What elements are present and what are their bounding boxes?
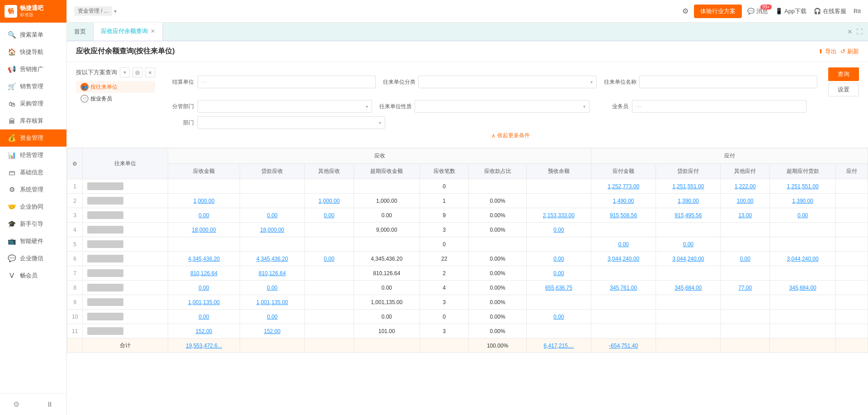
footer-ap-amt[interactable]: -654,751.40 [591,339,656,353]
sidebar-item-system[interactable]: ⚙系统管理 [0,181,66,198]
sidebar-item-sales[interactable]: 🛒销售管理 [0,78,66,95]
filter-target-btn[interactable]: ◎ [132,67,142,77]
sidebar-bottom: ⚙ ⏸ [0,393,66,415]
breadcrumb-dropdown-icon[interactable]: ▾ [114,8,117,14]
table-row: 6 4,345,436.204,345,436.200.004,345,436.… [67,252,868,266]
footer-ar-prepay[interactable]: 6,417,215.... [526,339,591,353]
footer-row: 合计 19,553,472.6... 100.00% 6,417,215....… [67,339,868,353]
sidebar-item-purchase[interactable]: 🛍采购管理 [0,95,66,112]
unit-category-label: 往来单位分类 [383,78,415,86]
sidebar-item-corp[interactable]: 🤝企业协同 [0,198,66,215]
export-button[interactable]: ⬆ 导出 [818,48,837,56]
filter-fields-panel: 结算单位 ··· 往来单位分类 ▾ [162,67,859,142]
sidebar-item-marketing[interactable]: 📢营销推广 [0,61,66,78]
export-label: 导出 [825,48,837,56]
filter-arrow-btn[interactable]: « [145,67,155,77]
th-payable-group: 应付 [591,148,868,164]
table-row: 5 00.000.00 [67,237,868,252]
table-row: 8 0.000.000.0040.00%655,636.75345,761.00… [67,281,868,295]
th-ar-pct: 应收款占比 [469,164,526,179]
topbar-app-download[interactable]: 📱 App下载 [775,7,807,15]
filter-nav-by-staff[interactable]: ⏱ 按业务员 [76,93,155,105]
sidebar-item-business[interactable]: 📊经营管理 [0,147,66,164]
refresh-button[interactable]: ↺ 刷新 [840,48,859,56]
filter-nav-unit-label: 按往来单位 [90,83,118,91]
filter-nav-by-unit[interactable]: 👥 按往来单位 [76,81,155,93]
filter-area: 按以下方案查询 + ◎ « 👥 按往来单位 ⏱ 按业务员 [67,62,868,148]
export-icon: ⬆ [818,48,823,55]
tab-close-window-icon[interactable]: ✕ [847,28,853,35]
sidebar-item-member[interactable]: Ⅴ畅会员 [0,267,66,284]
filter-collapse-btn[interactable]: ∧ 收起更多条件 [162,129,859,142]
sidebar-item-device[interactable]: 📺智能硬件 [0,233,66,250]
page-header: 应收应付余额查询(按往来单位) ⬆ 导出 ↺ 刷新 [67,41,868,62]
sidebar-item-wechat[interactable]: 💬企业微信 [0,250,66,267]
tab-close-icon[interactable]: ✕ [151,28,155,34]
topbar-user[interactable]: Rit [854,8,861,14]
tab-arbalance[interactable]: 应收应付余额查询 ✕ [94,23,163,41]
sidebar-icon-device: 📺 [7,237,16,245]
solution-button[interactable]: 体验行业方案 [694,5,742,18]
th-ar-count: 应收笔数 [420,164,469,179]
sidebar-icon-business: 📊 [7,151,16,159]
unit-nature-input[interactable]: ▾ [415,100,589,113]
sidebar-label-quicknav: 快捷导航 [20,48,43,56]
topbar-message[interactable]: 💬 消息 99+ [747,7,768,15]
sidebar-label-business: 经营管理 [20,151,43,159]
filter-add-btn[interactable]: + [120,67,130,77]
unit-name-input[interactable] [639,76,817,88]
th-ap-loan: 贷款应付 [656,164,721,179]
topbar-gear-icon[interactable]: ⚙ [682,7,689,15]
table-row: 2 1,000.001,000.001,000.0010.00%1,490.00… [67,194,868,208]
th-ar-prepay: 预收余额 [526,164,591,179]
settle-unit-input[interactable]: ··· [198,76,376,88]
topbar-online-service[interactable]: 🎧 在线客服 [814,7,846,15]
settings-button[interactable]: 设置 [828,83,859,96]
sidebar-icon-search: 🔍 [7,31,16,39]
footer-label: 合计 [83,339,168,353]
footer-ar-amt[interactable]: 19,553,472.6... [168,339,240,353]
query-button[interactable]: 查询 [828,67,859,81]
footer-ar-overdue [354,339,420,353]
sidebar-icon-finance: 💰 [7,134,16,142]
filter-row-1: 结算单位 ··· 往来单位分类 ▾ [162,67,859,96]
filter-settle-unit: 结算单位 ··· [162,76,376,88]
dept-input[interactable]: ▾ [198,116,385,129]
filter-nav-staff-label: 按业务员 [90,95,112,103]
sidebar-collapse-icon[interactable]: ⏸ [42,399,57,410]
sidebar: 畅 畅捷通吧 标准版 🔍搜索菜单🏠快捷导航📢营销推广🛒销售管理🛍采购管理🏛库存核… [0,0,67,415]
data-table: ⚙ 往来单位 应收 应付 应收金额 贷款应收 其他应收 超期应收金额 应收笔数 … [67,148,868,353]
sidebar-icon-wechat: 💬 [7,254,16,262]
collapse-label: 收起更多条件 [497,132,530,139]
th-ar-other: 其他应收 [305,164,354,179]
sidebar-settings-icon[interactable]: ⚙ [9,398,23,410]
tabs-bar: 首页 应收应付余额查询 ✕ ✕ ⛶ [67,23,868,41]
sidebar-item-finance[interactable]: 💰资金管理 [0,129,66,147]
salesperson-input[interactable]: ··· [632,100,807,113]
sidebar-label-search: 搜索菜单 [20,31,43,39]
sidebar-item-search[interactable]: 🔍搜索菜单 [0,26,66,43]
table-footer: 合计 19,553,472.6... 100.00% 6,417,215....… [67,339,868,353]
filter-dept: 部门 ▾ [162,116,385,129]
dept-manage-input[interactable]: ▾ [198,100,372,113]
sidebar-item-inventory[interactable]: 🏛库存核算 [0,112,66,129]
tab-home[interactable]: 首页 [67,23,94,40]
unit-nature-arrow: ▾ [583,104,585,109]
filter-top-bar: 按以下方案查询 + ◎ « [76,67,155,77]
tab-home-label: 首页 [74,28,86,36]
sidebar-label-finance: 资金管理 [20,134,43,142]
filter-row-3: 部门 ▾ [162,116,859,129]
table-settings-col[interactable]: ⚙ [67,148,83,179]
footer-ap-extra [836,339,868,353]
sidebar-item-quicknav[interactable]: 🏠快捷导航 [0,43,66,61]
tab-maximize-icon[interactable]: ⛶ [856,28,863,35]
unit-category-arrow: ▾ [590,80,593,85]
sidebar-item-guide[interactable]: 🎓新手引导 [0,215,66,233]
tab-actions: ✕ ⛶ [847,28,868,35]
page-actions: ⬆ 导出 ↺ 刷新 [818,48,859,56]
table-row: 7 810,126.64810,126.64810,126.6420.00%0.… [67,266,868,281]
sidebar-label-device: 智能硬件 [20,237,43,245]
unit-category-input[interactable]: ▾ [418,76,596,88]
sidebar-item-base[interactable]: 🗃基础信息 [0,164,66,181]
sidebar-label-guide: 新手引导 [20,220,43,228]
